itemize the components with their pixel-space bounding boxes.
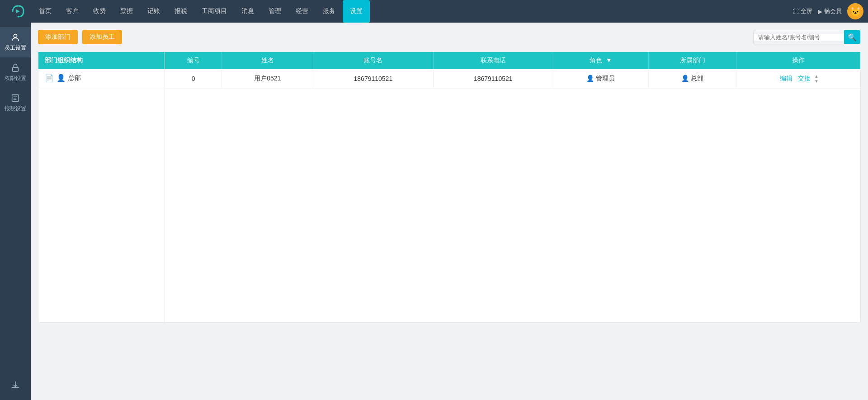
dept-panel: 部门组织结构 📄 👤 总部 xyxy=(38,52,165,322)
nav-customer[interactable]: 客户 xyxy=(59,0,86,23)
dept-tree-item-general[interactable]: 📄 👤 总部 xyxy=(38,69,165,87)
vip-btn[interactable]: ▶ 畅会员 xyxy=(818,7,842,15)
col-account: 账号名 xyxy=(313,52,433,69)
search-button[interactable]: 🔍 xyxy=(844,30,860,44)
role-filter-icon[interactable]: ▼ xyxy=(606,56,612,64)
dept-ref-icon: 👤 xyxy=(681,75,689,82)
cell-name: 用户0521 xyxy=(222,69,313,89)
nav-accounting[interactable]: 记账 xyxy=(140,0,167,23)
nav-invoice[interactable]: 票据 xyxy=(113,0,140,23)
nav-billing[interactable]: 收费 xyxy=(86,0,113,23)
sidebar-label-tax: 报税设置 xyxy=(5,105,26,113)
sidebar-item-permissions[interactable]: 权限设置 xyxy=(0,57,31,88)
vip-icon: ▶ xyxy=(818,8,822,15)
cell-number: 0 xyxy=(165,69,222,89)
search-input[interactable] xyxy=(754,34,844,41)
sidebar-item-employee[interactable]: 员工设置 xyxy=(0,27,31,57)
dept-user-icon: 👤 xyxy=(57,74,66,82)
cell-account: 18679110521 xyxy=(313,69,433,89)
nav-tax[interactable]: 报税 xyxy=(167,0,194,23)
vip-label: 畅会员 xyxy=(824,7,842,15)
col-name: 姓名 xyxy=(222,52,313,69)
nav-management[interactable]: 管理 xyxy=(261,0,288,23)
cell-phone: 18679110521 xyxy=(433,69,553,89)
scroll-indicator: ▲ ▼ xyxy=(814,74,819,84)
svg-rect-1 xyxy=(13,67,19,71)
col-action: 操作 xyxy=(736,52,860,69)
fullscreen-label: 全屏 xyxy=(801,7,812,15)
nav-items: 首页 客户 收费 票据 记账 报税 工商项目 消息 管理 经营 服务 设置 xyxy=(32,0,793,23)
file-icon: 📄 xyxy=(45,74,54,82)
sidebar-label-permissions: 权限设置 xyxy=(5,75,26,82)
sidebar-item-tax[interactable]: 报税设置 xyxy=(0,88,31,118)
table-row: 0 用户0521 18679110521 18679110521 👤管理员 👤总… xyxy=(165,69,860,89)
employee-panel: 编号 姓名 账号名 联系电话 角色 ▼ 所属部门 操作 0 用户0521 xyxy=(165,52,860,322)
table-header-row: 编号 姓名 账号名 联系电话 角色 ▼ 所属部门 操作 xyxy=(165,52,860,69)
col-dept: 所属部门 xyxy=(648,52,736,69)
toolbar: 添加部门 添加员工 🔍 xyxy=(38,30,861,44)
role-icon: 👤 xyxy=(586,75,594,82)
col-number: 编号 xyxy=(165,52,222,69)
nav-settings[interactable]: 设置 xyxy=(343,0,370,23)
cell-role: 👤管理员 xyxy=(553,69,648,89)
sidebar: 员工设置 权限设置 报税设置 xyxy=(0,23,31,400)
table-body: 0 用户0521 18679110521 18679110521 👤管理员 👤总… xyxy=(165,69,860,89)
col-role: 角色 ▼ xyxy=(553,52,648,69)
add-employee-button[interactable]: 添加员工 xyxy=(82,30,122,44)
main-content: 添加部门 添加员工 🔍 部门组织结构 📄 👤 总部 xyxy=(31,23,868,400)
nav-service[interactable]: 服务 xyxy=(316,0,343,23)
employee-table: 编号 姓名 账号名 联系电话 角色 ▼ 所属部门 操作 0 用户0521 xyxy=(165,52,860,89)
nav-right: ⛶ 全屏 ▶ 畅会员 🐱 xyxy=(793,3,863,19)
avatar[interactable]: 🐱 xyxy=(847,3,863,19)
nav-operations[interactable]: 经营 xyxy=(288,0,316,23)
cell-action: 编辑 交接 ▲ ▼ xyxy=(736,69,860,88)
fullscreen-icon: ⛶ xyxy=(793,8,799,15)
sidebar-item-download[interactable] xyxy=(0,375,31,395)
fullscreen-btn[interactable]: ⛶ 全屏 xyxy=(793,7,812,15)
nav-message[interactable]: 消息 xyxy=(234,0,261,23)
app-logo xyxy=(5,3,32,19)
search-input-wrap: 🔍 xyxy=(753,30,861,44)
top-nav: 首页 客户 收费 票据 记账 报税 工商项目 消息 管理 经营 服务 设置 ⛶ … xyxy=(0,0,868,23)
transfer-link[interactable]: 交接 xyxy=(798,75,811,83)
sidebar-label-employee: 员工设置 xyxy=(5,44,26,52)
cell-dept: 👤总部 xyxy=(648,69,736,89)
nav-home[interactable]: 首页 xyxy=(32,0,59,23)
search-icon: 🔍 xyxy=(848,33,857,42)
nav-business[interactable]: 工商项目 xyxy=(194,0,234,23)
add-dept-button[interactable]: 添加部门 xyxy=(38,30,78,44)
edit-link[interactable]: 编辑 xyxy=(780,75,793,83)
svg-point-0 xyxy=(14,34,17,38)
col-phone: 联系电话 xyxy=(433,52,553,69)
dept-name-general: 总部 xyxy=(68,74,81,82)
dept-panel-header: 部门组织结构 xyxy=(38,52,165,69)
content-area: 部门组织结构 📄 👤 总部 编号 姓名 账号名 联系电话 角色 xyxy=(38,52,861,323)
